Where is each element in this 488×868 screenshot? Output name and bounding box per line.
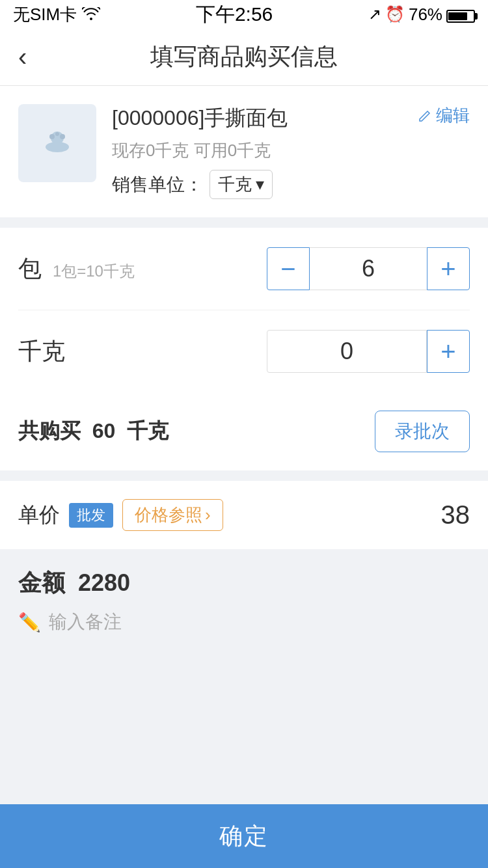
amount-row: 金额 2280	[18, 567, 470, 599]
kg-label-group: 千克	[18, 336, 65, 368]
product-info: [0000006]手撕面包 现存0千克 可用0千克 销售单位： 千克 ▾	[112, 104, 470, 199]
price-label: 单价	[18, 501, 60, 530]
price-value: 38	[441, 500, 470, 530]
total-label: 共购买	[18, 419, 81, 442]
input-section: 包 1包=10千克 − + 千克 +	[0, 228, 488, 392]
unit-label: 销售单位：	[112, 172, 203, 197]
nav-bar: ‹ 填写商品购买信息	[0, 29, 488, 86]
total-text: 共购买 60 千克	[18, 417, 169, 446]
bao-quantity-control: − +	[267, 247, 470, 290]
pencil-icon: ✏️	[18, 612, 41, 633]
svg-point-2	[49, 134, 55, 139]
bao-row: 包 1包=10千克 − +	[18, 228, 470, 310]
page-title: 填写商品购买信息	[150, 41, 338, 73]
price-left: 单价 批发 价格参照 ›	[18, 499, 223, 531]
amount-value: 2280	[78, 569, 130, 596]
batch-button[interactable]: 录批次	[375, 411, 470, 452]
total-unit: 千克	[127, 419, 169, 442]
bao-decrease-button[interactable]: −	[267, 247, 310, 290]
location-icon: ↗	[368, 5, 381, 23]
price-section: 单价 批发 价格参照 › 38	[0, 481, 488, 549]
svg-point-3	[60, 134, 65, 139]
edit-button[interactable]: 编辑	[418, 104, 470, 127]
alarm-icon: ⏰	[385, 5, 405, 23]
price-tag-batch: 批发	[69, 503, 113, 528]
bao-input[interactable]	[310, 247, 427, 290]
section-divider-2	[0, 470, 488, 481]
note-row[interactable]: ✏️ 输入备注	[18, 610, 470, 647]
bao-increase-button[interactable]: +	[427, 247, 470, 290]
svg-point-1	[46, 142, 69, 152]
total-amount: 60	[92, 419, 116, 442]
product-unit-row: 销售单位： 千克 ▾	[112, 170, 470, 199]
kg-quantity-control: +	[267, 330, 470, 373]
amount-section: 金额 2280 ✏️ 输入备注	[0, 549, 488, 647]
status-time: 下午2:56	[196, 1, 273, 28]
svg-point-4	[55, 132, 59, 136]
wifi-icon	[82, 5, 100, 25]
product-card: [0000006]手撕面包 现存0千克 可用0千克 销售单位： 千克 ▾ 编辑	[0, 86, 488, 217]
status-right: ↗ ⏰ 76%	[368, 5, 475, 25]
kg-row: 千克 +	[18, 310, 470, 392]
section-divider-1	[0, 217, 488, 228]
battery-label: 76%	[409, 5, 442, 25]
kg-label: 千克	[18, 338, 65, 364]
chevron-down-icon: ▾	[256, 174, 264, 195]
status-bar: 无SIM卡 下午2:56 ↗ ⏰ 76%	[0, 0, 488, 29]
unit-select[interactable]: 千克 ▾	[210, 170, 273, 199]
price-ref-button[interactable]: 价格参照 ›	[122, 499, 223, 531]
bao-sublabel: 1包=10千克	[53, 262, 135, 280]
total-row: 共购买 60 千克 录批次	[0, 392, 488, 470]
status-left: 无SIM卡	[13, 3, 100, 26]
amount-label: 金额	[18, 569, 65, 596]
note-placeholder: 输入备注	[49, 610, 122, 634]
carrier-label: 无SIM卡	[13, 3, 77, 26]
back-button[interactable]: ‹	[18, 42, 27, 72]
confirm-button[interactable]: 确定	[0, 804, 488, 868]
product-name: [0000006]手撕面包	[112, 104, 470, 133]
product-image	[18, 104, 96, 182]
price-ref-chevron: ›	[205, 505, 211, 525]
kg-input[interactable]	[267, 330, 427, 373]
bao-label: 包	[18, 255, 42, 282]
battery-icon	[446, 5, 475, 25]
kg-increase-button[interactable]: +	[427, 330, 470, 373]
bao-label-group: 包 1包=10千克	[18, 253, 135, 285]
product-stock: 现存0千克 可用0千克	[112, 139, 470, 162]
